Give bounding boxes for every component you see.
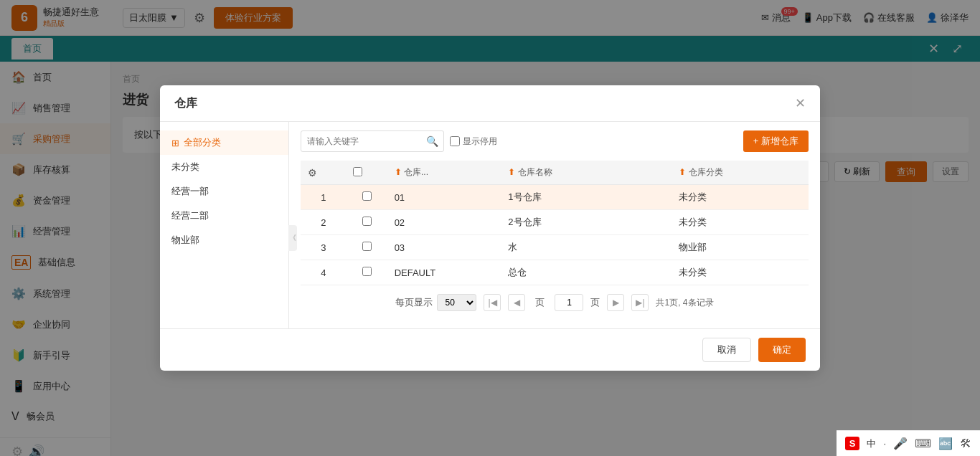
row-checkbox-1[interactable] [362, 191, 372, 201]
row-gear-3: 3 [301, 235, 346, 260]
settings-tray-icon[interactable]: 🛠 [960, 437, 971, 450]
row-name-4: 总仓 [501, 260, 672, 285]
filter-cat-icon: ⬆ [679, 167, 686, 177]
show-disabled-text: 显示停用 [463, 136, 497, 148]
table-row[interactable]: 4 DEFAULT 总仓 未分类 [301, 260, 809, 285]
row-check-4[interactable] [346, 260, 387, 285]
category-label-dept2: 经营二部 [171, 209, 209, 222]
per-page-select[interactable]: 50 20 100 [437, 294, 476, 311]
warehouse-dialog: 仓库 ✕ 《 ⊞ 全部分类 未分类 经营一部 经营二部 [160, 85, 820, 371]
table-row[interactable]: 3 03 水 物业部 [301, 235, 809, 260]
table-row[interactable]: 1 01 1号仓库 未分类 [301, 185, 809, 210]
table-container: ⚙ ⬆ 仓库... ⬆ [301, 161, 809, 285]
category-item-property[interactable]: 物业部 [160, 228, 288, 252]
row-code-3: 03 [387, 235, 501, 260]
col-header-gear: ⚙ [301, 161, 346, 185]
category-item-all[interactable]: ⊞ 全部分类 [160, 130, 288, 155]
warehouse-table: ⚙ ⬆ 仓库... ⬆ [301, 161, 809, 285]
panel-collapse-button[interactable]: 《 [288, 225, 297, 251]
category-label-dept1: 经营一部 [171, 185, 209, 198]
row-gear-1: 1 [301, 185, 346, 210]
page-last-button[interactable]: ▶| [631, 294, 649, 311]
category-label-unclassified: 未分类 [171, 161, 199, 174]
close-icon[interactable]: ✕ [795, 95, 806, 111]
page-total-info: 共1页, 4条记录 [656, 297, 713, 309]
page-label: 页 [590, 296, 600, 309]
page-first-button[interactable]: |◀ [484, 294, 501, 311]
category-label-property: 物业部 [171, 234, 199, 247]
col-header-category: ⬆ 仓库分类 [672, 161, 809, 185]
row-cat-4: 未分类 [672, 260, 809, 285]
per-page-label: 每页显示 [395, 296, 433, 309]
filter-icon: ⬆ [508, 167, 515, 177]
row-code-2: 02 [387, 210, 501, 235]
row-code-4: DEFAULT [387, 260, 501, 285]
dot-icon: · [883, 438, 886, 449]
col-header-check [346, 161, 387, 185]
row-check-3[interactable] [346, 235, 387, 260]
row-check-2[interactable] [346, 210, 387, 235]
gear-icon[interactable]: ⚙ [308, 167, 317, 179]
page-input[interactable] [555, 294, 583, 311]
sougou-icon: S [845, 437, 860, 450]
row-gear-2: 2 [301, 210, 346, 235]
grid-icon: ⊞ [171, 138, 179, 148]
dialog-header: 仓库 ✕ [160, 85, 820, 122]
mic-icon[interactable]: 🎤 [893, 437, 908, 450]
pagination-bar: 每页显示 50 20 100 |◀ ◀ 页 页 ▶ ▶| 共1页, 4条记录 [301, 285, 809, 320]
show-disabled-checkbox[interactable] [450, 136, 460, 146]
translate-icon[interactable]: 🔤 [938, 437, 953, 450]
row-num-4: 4 [321, 267, 326, 278]
dialog-title: 仓库 [174, 96, 197, 111]
show-disabled-label: 显示停用 [450, 136, 497, 148]
right-toolbar: 🔍 显示停用 + 新增仓库 [301, 130, 809, 152]
zh-label[interactable]: 中 [867, 437, 876, 450]
search-input-wrap: 🔍 [301, 130, 444, 152]
row-check-1[interactable] [346, 185, 387, 210]
category-label-all: 全部分类 [184, 136, 221, 149]
row-checkbox-2[interactable] [362, 217, 372, 226]
page-text: 页 [535, 296, 545, 309]
row-name-3: 水 [501, 235, 672, 260]
row-code-1: 01 [387, 185, 501, 210]
search-icon[interactable]: 🔍 [426, 136, 438, 147]
row-name-1: 1号仓库 [501, 185, 672, 210]
page-next-button[interactable]: ▶ [607, 294, 624, 311]
modal-overlay: 仓库 ✕ 《 ⊞ 全部分类 未分类 经营一部 经营二部 [0, 0, 980, 456]
sort-icon: ⬆ [395, 167, 402, 177]
col-header-code: ⬆ 仓库... [387, 161, 501, 185]
keyboard-icon[interactable]: ⌨ [915, 437, 931, 450]
category-item-dept2[interactable]: 经营二部 [160, 204, 288, 228]
col-header-name: ⬆ 仓库名称 [501, 161, 672, 185]
row-cat-2: 未分类 [672, 210, 809, 235]
table-row[interactable]: 2 02 2号仓库 未分类 [301, 210, 809, 235]
dialog-footer: 取消 确定 [160, 328, 820, 371]
row-name-2: 2号仓库 [501, 210, 672, 235]
row-num-2: 2 [321, 217, 326, 228]
confirm-button[interactable]: 确定 [758, 338, 806, 362]
row-num-3: 3 [321, 242, 326, 253]
dialog-body: 《 ⊞ 全部分类 未分类 经营一部 经营二部 物业部 [160, 122, 820, 328]
row-checkbox-3[interactable] [362, 242, 372, 251]
right-panel: 🔍 显示停用 + 新增仓库 [289, 122, 820, 328]
search-wrap: 🔍 显示停用 [301, 130, 497, 152]
row-checkbox-4[interactable] [362, 267, 372, 276]
table-header-row: ⚙ ⬆ 仓库... ⬆ [301, 161, 809, 185]
row-cat-1: 未分类 [672, 185, 809, 210]
category-panel: 《 ⊞ 全部分类 未分类 经营一部 经营二部 物业部 [160, 122, 289, 328]
page-prev-button[interactable]: ◀ [508, 294, 525, 311]
new-warehouse-button[interactable]: + 新增仓库 [743, 130, 809, 152]
row-num-1: 1 [321, 192, 326, 203]
per-page-select-wrap: 每页显示 50 20 100 [395, 294, 476, 311]
search-input[interactable] [301, 130, 444, 152]
select-all-checkbox[interactable] [353, 167, 362, 176]
bottom-bar: S 中 · 🎤 ⌨ 🔤 🛠 [837, 430, 980, 456]
row-cat-3: 物业部 [672, 235, 809, 260]
cancel-button[interactable]: 取消 [702, 338, 751, 362]
category-item-unclassified[interactable]: 未分类 [160, 155, 288, 179]
row-gear-4: 4 [301, 260, 346, 285]
category-item-dept1[interactable]: 经营一部 [160, 179, 288, 204]
